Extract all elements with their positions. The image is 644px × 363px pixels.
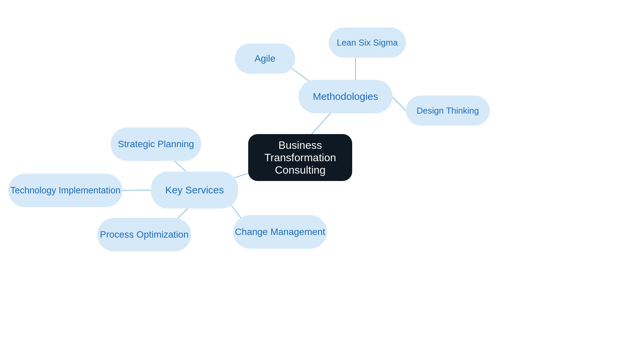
methodologies-node: Methodologies: [299, 80, 392, 113]
strategic-planning-node: Strategic Planning: [111, 127, 201, 161]
agile-node: Agile: [235, 44, 295, 74]
technology-implementation-node: Technology Implementation: [8, 174, 122, 207]
key-services-node: Key Services: [151, 172, 238, 208]
lean-six-sigma-node: Lean Six Sigma: [329, 27, 406, 58]
change-management-node: Change Management: [233, 215, 327, 249]
svg-line-8: [392, 97, 406, 111]
center-node: Business Transformation Consulting: [248, 134, 352, 181]
process-optimization-node: Process Optimization: [97, 218, 191, 251]
svg-line-3: [122, 190, 151, 190]
design-thinking-node: Design Thinking: [406, 96, 490, 126]
